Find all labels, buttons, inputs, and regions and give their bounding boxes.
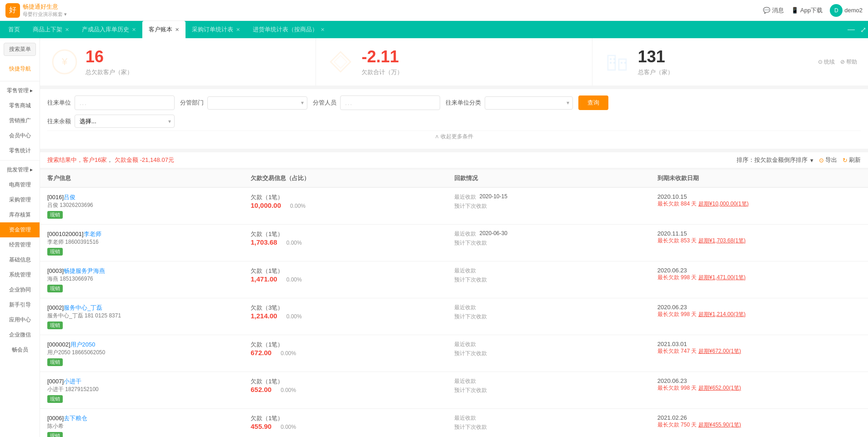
sidebar-item-retail-mgmt[interactable]: 零售管理 ▸ (0, 83, 40, 98)
debt-count: 欠款（1笔） (251, 341, 454, 349)
sidebar-item-capital-mgmt[interactable]: 资金管理 (0, 222, 40, 237)
sidebar-item-operation-mgmt[interactable]: 经营管理 (0, 237, 40, 252)
overdue-amount-link[interactable]: 超期¥1,214.00(3笔) (698, 311, 746, 317)
debt-cell: 欠款（1笔） 455.90 0.00% (251, 414, 454, 437)
sidebar-item-member-center[interactable]: 会员中心 (0, 128, 40, 143)
filter-select-balance[interactable]: 选择... (75, 115, 175, 128)
stat-info-debt: -2.11 欠款合计（万） (361, 47, 403, 76)
tab-customer-account[interactable]: 客户账本 ✕ (142, 21, 186, 38)
tab-products-off[interactable]: 商品上下架 ✕ (26, 21, 75, 38)
filter-input-customer[interactable]: ... (75, 95, 175, 110)
table-row: [0001020001]李老师 李老师 18600391516 现销 欠款（1笔… (40, 225, 868, 261)
sidebar-search-area: 搜索菜单 (0, 38, 40, 59)
sidebar-item-purchase-mgmt[interactable]: 采购管理 (0, 192, 40, 207)
debt-amount: 672.00 (251, 349, 271, 357)
stats-action-help[interactable]: ⊘ 帮助 (840, 58, 857, 66)
stat-label-debt: 欠款合计（万） (361, 68, 403, 76)
sidebar-item-system-mgmt[interactable]: 系统管理 (0, 267, 40, 282)
due-cell: 2020.06.23 最长欠款 998 天 超期¥1,214.00(3笔) (657, 304, 861, 329)
filter-input-person[interactable]: ... (340, 95, 440, 110)
customer-phone: 李老师 18600391516 (47, 238, 251, 246)
expand-btn[interactable]: ⤢ (860, 25, 866, 34)
due-cell: 2021.02.26 最长欠款 750 天 超期¥455.90(1笔) (657, 414, 861, 437)
debt-cell: 欠款（1笔） 672.00 0.00% (251, 341, 454, 366)
overdue-amount-link[interactable]: 超期¥1,703.68(1笔) (698, 237, 746, 244)
export-icon: ⊙ (819, 157, 824, 164)
tab-purchase-single-stats[interactable]: 进货单统计表（按商品） ✕ (246, 21, 331, 38)
sidebar-item-batch-mgmt[interactable]: 批发管理 ▸ (0, 162, 40, 177)
filter-select-dept[interactable] (207, 96, 307, 110)
data-table: 客户信息 欠款交易信息（占比） 回款情况 到期未收款日期 [0016]吕俊 吕俊… (40, 170, 868, 437)
overdue-amount-link[interactable]: 超期¥652.00(1笔) (698, 385, 741, 391)
sidebar-item-retail-stats[interactable]: 零售统计 (0, 143, 40, 158)
debt-cell: 欠款（1笔） 1,471.00 0.00% (251, 267, 454, 292)
close-icon[interactable]: ✕ (175, 27, 179, 33)
collection-row-latest: 最近收款 (454, 414, 657, 422)
sidebar-item-quick-nav[interactable]: 快捷导航 (0, 61, 40, 76)
overdue-amount-link[interactable]: 超期¥10,000.00(1笔) (698, 201, 749, 207)
customer-cell: [0006]去下粮仓 陈小希 现销 (47, 414, 251, 437)
search-menu-btn[interactable]: 搜索菜单 (4, 43, 36, 56)
export-btn[interactable]: ⊙ 导出 (819, 156, 837, 164)
user-menu-btn[interactable]: D demo2 (830, 4, 863, 17)
filter-select-category[interactable] (485, 96, 573, 110)
overdue-days: 最长欠款 998 天 (657, 311, 698, 317)
message-btn[interactable]: 💬 消息 (763, 6, 784, 15)
sidebar-item-vip-member[interactable]: 畅会员 (0, 342, 40, 357)
stat-card-total: 131 总客户（家） ⊙ 统续 ⊘ 帮助 (592, 38, 868, 85)
content-area: ¥ 16 总欠款客户（家） -2.11 欠款合计（万） (40, 38, 868, 437)
avatar: D (830, 4, 843, 17)
customer-phone: 服务中心_丁磊 181 0125 8371 (47, 312, 251, 320)
tab-home[interactable]: 首页 (2, 21, 26, 38)
sidebar-item-enterprise-wechat[interactable]: 企业微信 (0, 327, 40, 342)
stat-info-customers: 16 总欠款客户（家） (85, 47, 133, 76)
sidebar-item-retail-mall[interactable]: 零售商城 (0, 98, 40, 113)
sidebar-item-inventory-check[interactable]: 库存核算 (0, 207, 40, 222)
close-icon[interactable]: ✕ (321, 27, 325, 33)
minimize-btn[interactable]: — (848, 25, 855, 34)
tab-purchase-stats[interactable]: 采购订单统计表 ✕ (186, 21, 246, 38)
collection-row-latest: 最近收款 (454, 267, 657, 275)
sidebar-item-app-center[interactable]: 应用中心 (0, 312, 40, 327)
overdue-amount-link[interactable]: 超期¥1,471.00(1笔) (698, 274, 746, 281)
customer-tag: 现销 (47, 211, 63, 219)
sub-title: 母婴行业演示账套 ▾ (23, 11, 67, 18)
sidebar-item-marketing[interactable]: 营销推广 (0, 113, 40, 128)
debt-amount: 652.00 (251, 386, 271, 393)
query-btn[interactable]: 查询 (578, 95, 608, 110)
overdue-amount-link[interactable]: 超期¥455.90(1笔) (698, 422, 741, 428)
debt-amount-row: 1,471.00 0.00% (251, 275, 454, 283)
svg-rect-7 (613, 58, 615, 60)
sidebar-item-enterprise-collab[interactable]: 企业协同 (0, 282, 40, 297)
debt-percent: 0.00% (281, 387, 296, 393)
app-icon: 📱 (791, 7, 798, 14)
tab-production-history[interactable]: 产成品入库单历史 ✕ (75, 21, 142, 38)
app-download-btn[interactable]: 📱 App下载 (791, 6, 823, 15)
sidebar-item-ecommerce[interactable]: 电商管理 (0, 177, 40, 192)
debt-cell: 欠款（1笔） 1,703.68 0.00% (251, 230, 454, 256)
nav-actions: — ⤢ (848, 25, 866, 34)
results-actions: 排序：按欠款金额倒序排序 ▾ ⊙ 导出 ↻ 刷新 (737, 156, 861, 164)
stat-icon-money: ¥ (51, 48, 78, 75)
sidebar-item-new-guide[interactable]: 新手引导 (0, 297, 40, 312)
sidebar-item-basic-info[interactable]: 基础信息 (0, 252, 40, 267)
svg-rect-11 (624, 62, 626, 64)
view-icon: ⊙ (818, 59, 823, 65)
close-icon[interactable]: ✕ (132, 27, 136, 33)
help-icon: ⊘ (840, 59, 845, 65)
stats-action-view[interactable]: ⊙ 统续 (818, 58, 835, 66)
customer-cell: [0003]畅捷服务尹海燕 海燕 18513066976 现销 (47, 267, 251, 292)
customer-cell: [000002]用户2050 用户2050 18665062050 现销 (47, 341, 251, 366)
overdue-amount-link[interactable]: 超期¥672.00(1笔) (698, 348, 741, 354)
close-icon[interactable]: ✕ (236, 27, 240, 33)
overdue-days: 最长欠款 998 天 (657, 385, 698, 391)
collection-row-next: 预计下次收款 (454, 350, 657, 357)
debt-count: 欠款（3笔） (251, 304, 454, 312)
filter-item-person: 分管人员 ... (313, 95, 440, 110)
refresh-btn[interactable]: ↻ 刷新 (843, 156, 861, 164)
collapse-bar[interactable]: ∧ 收起更多条件 (47, 131, 861, 142)
due-cell: 2020.06.23 最长欠款 998 天 超期¥1,471.00(1笔) (657, 267, 861, 292)
close-icon[interactable]: ✕ (65, 27, 69, 33)
filter-dots-icon: ... (80, 100, 87, 106)
svg-rect-5 (619, 59, 626, 70)
